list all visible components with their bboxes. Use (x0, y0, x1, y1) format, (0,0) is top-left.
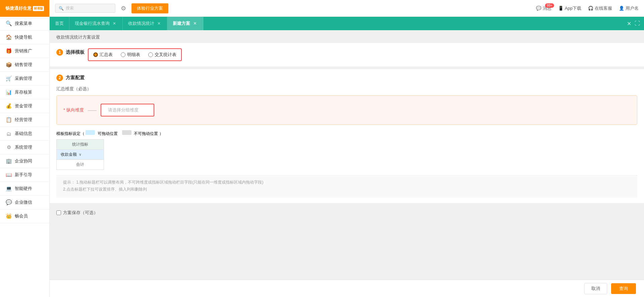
sidebar-item-corp[interactable]: 🏢 企业协同 (0, 154, 49, 168)
service-item[interactable]: 🎧 在线客服 (588, 5, 612, 11)
sidebar-item-label: 资金管理 (15, 103, 32, 109)
sidebar-item-label: 畅会员 (15, 213, 28, 219)
message-icon: 💬 (536, 6, 541, 11)
sidebar-item-purchase[interactable]: 🛒 采购管理 (0, 72, 49, 86)
tab-bank-flow-label: 现金银行流水查询 (75, 20, 110, 27)
dimension-arrow: —— (88, 108, 97, 113)
avatar-icon: 👤 (619, 6, 624, 11)
expand-icon[interactable]: ⛶ (635, 20, 640, 27)
dimension-select[interactable]: 请选择分组维度 (101, 104, 154, 116)
radio-detail[interactable]: 明细表 (121, 52, 140, 58)
inventory-icon: 📊 (5, 89, 12, 96)
stats-label: 统计指标 (57, 140, 104, 150)
step1-circle: 1 (56, 49, 63, 56)
sidebar-item-member[interactable]: 👑 畅会员 (0, 209, 49, 223)
sidebar-item-finance[interactable]: 💰 资金管理 (0, 99, 49, 113)
operations-icon: 📋 (5, 116, 12, 123)
sidebar-item-label: 企业协同 (15, 158, 32, 164)
sidebar-item-operations[interactable]: 📋 经营管理 (0, 113, 49, 127)
sidebar-item-search-menu[interactable]: 🔍 搜索菜单 (0, 17, 49, 31)
sidebar-item-hardware[interactable]: 💻 智能硬件 (0, 182, 49, 196)
save-option: 方案保存（可选） (50, 206, 644, 220)
query-button[interactable]: 查询 (611, 283, 636, 294)
home-icon: 🏠 (5, 34, 12, 41)
search-icon: 🔍 (59, 6, 64, 11)
step1-label: 1 选择模板 (56, 49, 85, 56)
wechat-icon: 💬 (5, 199, 12, 206)
radio-summary-label: 汇总表 (100, 52, 113, 58)
sidebar-item-sales[interactable]: 📦 销售管理 (0, 58, 49, 72)
industry-btn[interactable]: 体验行业方案 (131, 3, 168, 13)
topbar-search[interactable]: 🔍 搜索 (55, 4, 115, 13)
sidebar-item-base[interactable]: 🗂 基础信息 (0, 127, 49, 141)
tab-receipt-stats[interactable]: 收款情况统计 ✕ (123, 17, 167, 30)
sidebar-logo: 畅捷通好生意 标准版 (0, 0, 49, 17)
sidebar-item-system[interactable]: ⚙ 系统管理 (0, 141, 49, 154)
tab-home[interactable]: 首页 (50, 17, 69, 30)
tab-receipt-stats-label: 收款情况统计 (128, 20, 154, 27)
radio-summary-input[interactable] (93, 52, 98, 57)
metrics-section: 模板指标设定（ 可拖动位置 不可拖动位置 ） 统计指标 收款金额 ∨ (56, 130, 637, 170)
breadcrumb: 收款情况统计方案设置 (50, 30, 644, 43)
corp-icon: 🏢 (5, 158, 12, 164)
tab-bank-flow-close[interactable]: ✕ (112, 21, 117, 26)
tip-line-1: 提示： 1.拖动标题栏可以调整布局，不可跨维度或指标区域拖动栏目字段(只能在同一… (63, 180, 631, 185)
tabbar: 首页 现金银行流水查询 ✕ 收款情况统计 ✕ 新建方案 ✕ ✕ ⛶ (50, 17, 644, 30)
col-header-text: 收款金额 (61, 152, 77, 157)
metrics-hint-label: 模板指标设定（ 可拖动位置 不可拖动位置 ） (56, 130, 163, 137)
radio-detail-label: 明细表 (127, 52, 140, 58)
user-name: 用户名 (626, 5, 639, 11)
tab-receipt-stats-close[interactable]: ✕ (156, 21, 162, 26)
template-radio-group: 汇总表 明细表 交叉统计表 (88, 48, 182, 61)
sidebar-item-quick-nav[interactable]: 🏠 快捷导航 (0, 31, 49, 44)
search-placeholder-text: 搜索 (66, 5, 74, 11)
close-window-icon[interactable]: ✕ (627, 20, 631, 27)
sidebar-item-label: 快捷导航 (15, 34, 32, 40)
member-icon: 👑 (5, 213, 12, 219)
sidebar-item-label: 采购管理 (15, 76, 32, 82)
app-name: 畅捷通好生意 (5, 5, 32, 11)
sidebar: 畅捷通好生意 标准版 🔍 搜索菜单 🏠 快捷导航 🎁 营销推广 📦 销售管理 🛒… (0, 0, 50, 297)
purchase-icon: 🛒 (5, 75, 12, 82)
tab-new-plan[interactable]: 新建方案 ✕ (167, 17, 203, 30)
tab-new-plan-label: 新建方案 (173, 20, 190, 27)
tab-new-plan-close[interactable]: ✕ (192, 21, 198, 26)
cancel-button[interactable]: 取消 (584, 283, 607, 294)
bottom-bar: 取消 查询 (50, 280, 644, 297)
radio-cross[interactable]: 交叉统计表 (148, 52, 176, 58)
gear-icon[interactable]: ⚙ (121, 5, 126, 12)
chevron-down-icon[interactable]: ∨ (79, 152, 82, 157)
save-checkbox[interactable] (56, 210, 61, 215)
stats-col-header[interactable]: 收款金额 ∨ (57, 150, 104, 160)
radio-cross-input[interactable] (148, 52, 153, 57)
sidebar-item-label: 智能硬件 (15, 186, 32, 192)
sales-icon: 📦 (5, 61, 12, 68)
gift-icon: 🎁 (5, 48, 12, 54)
dimension-area: * 纵向维度 —— 请选择分组维度 (56, 95, 637, 125)
radio-summary[interactable]: 汇总表 (93, 52, 113, 58)
message-item[interactable]: 💬 消息 99+ (536, 5, 551, 11)
user-avatar[interactable]: 👤 用户名 (619, 5, 639, 11)
sidebar-item-label: 销售管理 (15, 62, 32, 68)
sidebar-item-label: 基础信息 (15, 131, 32, 137)
tabbar-actions: ✕ ⛶ (623, 17, 644, 30)
download-item[interactable]: 📱 App下载 (558, 5, 581, 11)
topbar-right: 💬 消息 99+ 📱 App下载 🎧 在线客服 👤 用户名 (536, 5, 639, 11)
sidebar-item-guide[interactable]: 📖 新手引导 (0, 168, 49, 182)
sidebar-item-inventory[interactable]: 📊 库存核算 (0, 86, 49, 99)
tip-line-2: 2.点击标题栏下拉可设置排序、插入列和删除列 (63, 187, 631, 192)
hardware-icon: 💻 (5, 185, 12, 192)
step2-title: 方案配置 (66, 75, 85, 81)
nodrag-indicator (122, 130, 131, 135)
dimension-row: * 纵向维度 —— 请选择分组维度 (63, 104, 154, 116)
save-option-label: 方案保存（可选） (63, 210, 98, 216)
vertical-dimension-label: * 纵向维度 (63, 107, 84, 113)
radio-detail-input[interactable] (121, 52, 125, 57)
sidebar-item-marketing[interactable]: 🎁 营销推广 (0, 44, 49, 58)
sidebar-item-label: 经营管理 (15, 117, 32, 123)
finance-icon: 💰 (5, 103, 12, 109)
sidebar-item-wechat[interactable]: 💬 企业微信 (0, 196, 49, 209)
step1-card: 1 选择模板 汇总表 明细表 交叉统计表 (50, 43, 644, 66)
tab-bank-flow[interactable]: 现金银行流水查询 ✕ (69, 17, 123, 30)
drag-indicator (86, 130, 95, 135)
